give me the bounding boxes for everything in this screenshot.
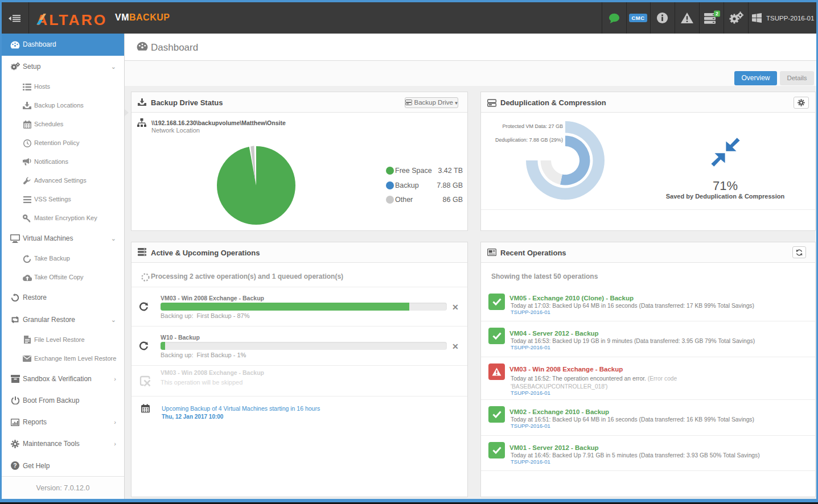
svg-text:2: 2 [715, 11, 718, 16]
svg-text:?: ? [13, 462, 17, 469]
svg-text:ALTARO: ALTARO [36, 11, 107, 28]
